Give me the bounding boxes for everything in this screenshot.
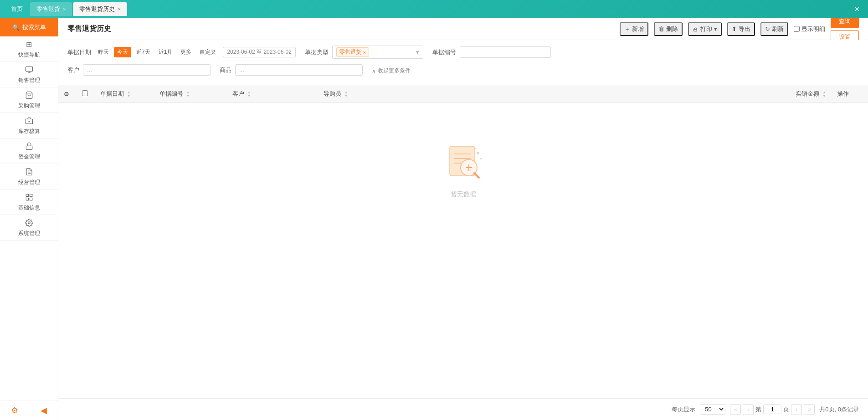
filter-goods-item: 商品: [220, 64, 363, 76]
show-detail-checkbox-label[interactable]: 显示明细: [794, 25, 825, 33]
sidebar-item-sys-mgmt[interactable]: 系统管理: [0, 215, 58, 241]
col-amount-sort[interactable]: ▲▼: [822, 91, 826, 98]
col-settings: ⚙: [58, 85, 77, 103]
inventory-icon: [24, 116, 34, 126]
collapse-button[interactable]: ∧ 收起更多条件: [372, 65, 411, 77]
tab-retail-return-history[interactable]: 零售退货历史 ×: [73, 2, 127, 16]
svg-rect-8: [26, 194, 28, 196]
refresh-label: 刷新: [772, 25, 784, 33]
svg-point-22: [480, 158, 482, 159]
filter-customer-label: 客户: [67, 66, 79, 74]
tab-retail-return-close[interactable]: ×: [63, 6, 66, 12]
col-guide-sort[interactable]: ▲▼: [344, 91, 348, 98]
col-number-label: 单据编号: [159, 90, 183, 97]
date-btn-today[interactable]: 今天: [114, 47, 131, 57]
col-date-sort[interactable]: ▲▼: [127, 91, 131, 98]
tab-home[interactable]: 首页: [5, 2, 29, 16]
col-customer: 客户 ▲▼: [227, 85, 318, 103]
collapse-label: 收起更多条件: [378, 67, 411, 75]
svg-rect-5: [26, 146, 32, 149]
sidebar-item-quick-nav[interactable]: ⊞ 快捷导航: [0, 36, 58, 62]
per-page-label: 每页显示: [672, 405, 695, 414]
col-spacer: [391, 85, 777, 103]
search-icon: 🔍: [12, 24, 20, 31]
sidebar-bottom: ⚙ ◀: [0, 400, 58, 420]
export-button[interactable]: ⬆ 导出: [727, 22, 755, 36]
date-range-display[interactable]: 2023-06-02 至 2023-06-02: [223, 47, 295, 57]
page-total: 共0页, 0条记录: [819, 405, 859, 414]
sidebar-search-label: 搜索菜单: [22, 23, 46, 31]
filter-area: 单据日期 昨天 今天 近7天 近1月 更多 自定义 2023-06-02 至 2…: [58, 40, 868, 85]
col-number: 单据编号 ▲▼: [154, 85, 227, 103]
empty-icon: [441, 139, 486, 185]
settings-col-icon[interactable]: ⚙: [64, 91, 69, 97]
col-customer-sort[interactable]: ▲▼: [247, 91, 251, 98]
filter-billnumber-input[interactable]: [460, 46, 551, 58]
tab-home-label: 首页: [11, 5, 23, 13]
next-page-button[interactable]: ›: [791, 404, 802, 415]
top-bar: 首页 零售退货 × 零售退货历史 × ✕: [0, 0, 868, 18]
tab-retail-return[interactable]: 零售退货 ×: [30, 2, 72, 16]
query-label: 查询: [839, 18, 851, 25]
empty-state: 暂无数据: [58, 103, 868, 235]
date-btn-more[interactable]: 更多: [177, 47, 195, 57]
sidebar-item-finance-label: 资金管理: [18, 153, 40, 161]
filter-billtype-arrow-icon: ▾: [416, 49, 419, 56]
table-header: ⚙ 单据日期 ▲▼ 单据编号: [58, 85, 868, 103]
delete-button[interactable]: 🗑 删除: [654, 22, 683, 36]
svg-rect-11: [26, 198, 28, 200]
table-container: ⚙ 单据日期 ▲▼ 单据编号: [58, 85, 868, 398]
date-btn-custom[interactable]: 自定义: [196, 47, 219, 57]
sidebar-item-inventory-label: 库存核算: [18, 128, 40, 135]
new-button[interactable]: ＋ 新增: [620, 22, 648, 36]
select-all-checkbox[interactable]: [82, 90, 88, 96]
refresh-button[interactable]: ↻ 刷新: [760, 22, 788, 36]
page-input[interactable]: [763, 405, 781, 414]
print-button[interactable]: 🖨 打印 ▾: [688, 22, 722, 36]
date-btn-yesterday[interactable]: 昨天: [95, 47, 112, 57]
print-icon: 🖨: [693, 26, 699, 32]
svg-rect-10: [30, 198, 32, 200]
sidebar-search[interactable]: 🔍 搜索菜单: [0, 18, 58, 36]
sidebar-item-inventory[interactable]: 库存核算: [0, 113, 58, 138]
filter-billtype-select[interactable]: 零售退货 × ▾: [332, 46, 423, 59]
date-btn-last1m[interactable]: 近1月: [155, 47, 176, 57]
filter-goods-input[interactable]: [235, 64, 363, 76]
page-title: 零售退货历史: [67, 24, 111, 34]
window-close-button[interactable]: ✕: [851, 4, 863, 15]
prev-page-button[interactable]: ‹: [743, 404, 754, 415]
svg-point-12: [28, 222, 30, 224]
pagination-bar: 每页显示 20 50 100 « ‹ 第 页 › » 共0页, 0条记录: [58, 398, 868, 420]
filter-row-1: 单据日期 昨天 今天 近7天 近1月 更多 自定义 2023-06-02 至 2…: [67, 46, 859, 59]
filter-billtype-item: 单据类型 零售退货 × ▾: [305, 46, 423, 59]
purchase-mgmt-icon: [24, 90, 34, 100]
sidebar-collapse-btn[interactable]: ◀: [41, 405, 47, 415]
first-page-button[interactable]: «: [730, 404, 741, 415]
sidebar-item-purchase-mgmt[interactable]: 采购管理: [0, 87, 58, 113]
sidebar-item-finance[interactable]: 资金管理: [0, 138, 58, 164]
svg-line-18: [474, 173, 479, 178]
delete-label: 删除: [666, 25, 678, 33]
per-page-select[interactable]: 20 50 100: [700, 404, 725, 415]
col-guide-label: 导购员: [324, 90, 341, 97]
col-amount: 实销金额 ▲▼: [777, 85, 832, 103]
page-header: 零售退货历史 ＋ 新增 🗑 删除 🖨 打印 ▾ ⬆ 导出: [58, 18, 868, 40]
col-date-label: 单据日期: [100, 90, 124, 97]
sidebar-item-sys-label: 系统管理: [18, 230, 40, 237]
sidebar-item-sales-mgmt[interactable]: 销售管理: [0, 62, 58, 87]
query-button[interactable]: 查询: [831, 18, 859, 28]
filter-billtype-tag-close[interactable]: ×: [363, 50, 366, 55]
sidebar-item-ops[interactable]: 经营管理: [0, 164, 58, 190]
tab-retail-return-history-close[interactable]: ×: [118, 6, 120, 12]
show-detail-checkbox[interactable]: [794, 26, 800, 32]
filter-customer-input[interactable]: [83, 64, 211, 76]
data-table: ⚙ 单据日期 ▲▼ 单据编号: [58, 85, 868, 103]
last-page-button[interactable]: »: [804, 404, 815, 415]
print-label: 打印: [700, 25, 712, 33]
col-number-sort[interactable]: ▲▼: [186, 91, 190, 98]
sidebar-settings-btn[interactable]: ⚙: [11, 405, 18, 415]
sidebar-item-basic-info[interactable]: 基础信息: [0, 190, 58, 215]
basic-info-icon: [24, 192, 34, 202]
filter-billtype-tag-text: 零售退货: [339, 48, 361, 56]
date-btn-last7[interactable]: 近7天: [133, 47, 154, 57]
